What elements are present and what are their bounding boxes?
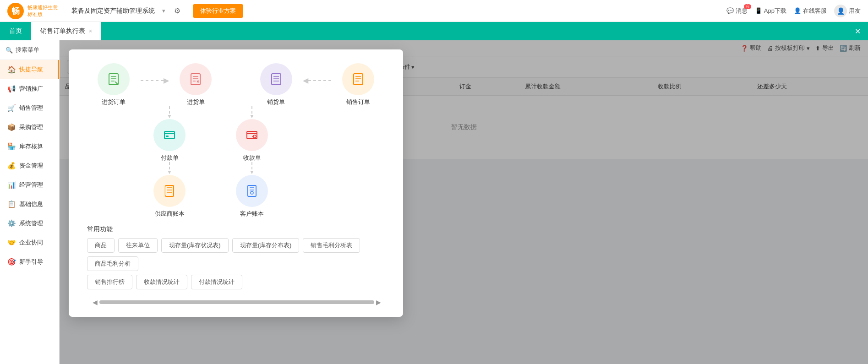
flow-node-customer-ledger[interactable]: 客户账本 [224,175,279,218]
app-download-item[interactable]: 📱 App下载 [755,7,786,15]
tab-sales-order-exec[interactable]: 销售订单执行表 × [31,22,101,40]
svg-rect-18 [166,136,169,137]
func-btn-payment-stats[interactable]: 付款情况统计 [191,275,242,289]
settings-icon[interactable]: ⚙ [171,5,184,17]
online-service-icon: 👤 [794,7,801,14]
receipt-icon [236,119,268,151]
purchase-order-icon [98,63,130,95]
message-icon: 💬 [726,7,734,14]
sales-order-icon [342,63,374,95]
sidebar-item-finance[interactable]: 💰 资金管理 [0,156,59,175]
arrow-down-4: ▼ [224,162,279,175]
purchase-bill-icon [180,63,212,95]
func-buttons-row-2: 销售排行榜 收款情况统计 付款情况统计 [87,275,385,289]
func-btn-stock-status[interactable]: 现存量(库存状况表) [161,238,229,253]
func-btn-stock-dist[interactable]: 现存量(库存分布表) [232,238,300,253]
spacer-d [197,162,224,175]
func-btn-goods-margin[interactable]: 商品毛利分析 [87,256,138,271]
flow-row-2: 付款单 收款单 [142,119,385,162]
flow-popup: 进货订单 ▶ 进货单 [69,49,403,317]
svg-rect-4 [191,74,200,85]
horizontal-scrollbar[interactable]: ◀ ▶ [87,297,385,308]
common-functions-title: 常用功能 [87,225,385,234]
func-btn-goods[interactable]: 商品 [87,238,115,253]
flow-node-purchase-order[interactable]: 进货订单 [87,63,141,106]
popup-body: 进货订单 ▶ 进货单 [69,49,403,317]
sidebar-item-operation[interactable]: 📊 经营管理 [0,175,59,195]
arrow-down-3: ▼ [142,162,197,175]
flow-node-sales-bill[interactable]: 销货单 [249,63,303,106]
sidebar: 🔍 搜索菜单 🏠 快捷导航 📢 营销推广 🛒 销售管理 📦 采购管理 🏪 库存核… [0,40,60,364]
purchase-bill-label: 进货单 [187,98,205,106]
sidebar-item-marketing[interactable]: 📢 营销推广 [0,79,59,98]
func-buttons-row-1: 商品 往来单位 现存量(库存状况表) 现存量(库存分布表) 销售毛利分析表 商品… [87,238,385,271]
func-btn-receipt-stats[interactable]: 收款情况统计 [136,275,187,289]
purchase-icon: 📦 [7,123,16,131]
system-icon: ⚙️ [7,219,16,228]
supplier-ledger-icon [153,175,186,207]
user-label: 用友 [849,7,861,15]
sidebar-item-newbie[interactable]: 🎯 新手引导 [0,252,59,272]
arrow-h-2: ◀ [303,76,331,85]
sidebar-item-basic[interactable]: 📋 基础信息 [0,195,59,214]
scroll-track[interactable] [99,300,374,304]
sales-icon: 🛒 [7,104,16,112]
flow-node-payment[interactable]: 付款单 [142,119,197,162]
sidebar-item-enterprise[interactable]: 🤝 企业协同 [0,233,59,252]
content-area: ❓ 帮助 🖨 按模板打印 ▾ ⬆ 导出 🔄 刷新 📅 — 📅 [60,40,868,364]
home-icon: 🏠 [7,65,16,74]
scroll-left-icon[interactable]: ◀ [91,299,99,306]
marketing-icon: 📢 [7,85,16,93]
customer-ledger-icon [236,175,268,207]
svg-point-21 [253,135,256,138]
nav-tabs: 首页 销售订单执行表 × ✕ [0,22,868,40]
sidebar-item-quick-nav[interactable]: 🏠 快捷导航 [0,60,59,79]
system-title: 装备及固定资产辅助管理系统 [71,7,155,15]
message-item[interactable]: 💬 消息 6 [726,7,748,15]
svg-rect-12 [354,74,363,85]
close-all-tabs-icon[interactable]: ✕ [855,27,861,36]
common-functions: 常用功能 商品 往来单位 现存量(库存状况表) 现存量(库存分布表) 销售毛利分… [87,225,385,289]
payment-label: 付款单 [161,154,179,162]
flow-node-receipt[interactable]: 收款单 [224,119,279,162]
finance-icon: 💰 [7,162,16,170]
payment-icon [153,119,186,151]
sidebar-item-sales[interactable]: 🛒 销售管理 [0,98,59,118]
tab-close-icon[interactable]: × [89,28,92,34]
online-service-label: 在线客服 [803,7,827,15]
user-item[interactable]: 👤 用友 [834,5,861,17]
supplier-ledger-label: 供应商账本 [155,210,185,218]
func-btn-sales-margin[interactable]: 销售毛利分析表 [303,238,360,253]
flow-node-supplier-ledger[interactable]: 供应商账本 [142,175,197,218]
arrow-h-1: ▶ [141,76,169,85]
sidebar-item-system[interactable]: ⚙️ 系统管理 [0,214,59,233]
svg-point-31 [251,191,253,194]
online-service-item[interactable]: 👤 在线客服 [794,7,827,15]
scroll-right-icon[interactable]: ▶ [374,299,383,306]
sidebar-item-purchase[interactable]: 📦 采购管理 [0,118,59,137]
trial-button[interactable]: 体验行业方案 [193,4,243,18]
tab-home[interactable]: 首页 [0,22,31,40]
func-btn-contacts[interactable]: 往来单位 [118,238,158,253]
sales-bill-label: 销货单 [267,98,285,106]
app-download-label: App下载 [764,7,786,15]
main-layout: 🔍 搜索菜单 🏠 快捷导航 📢 营销推广 🛒 销售管理 📦 采购管理 🏪 库存核… [0,40,868,364]
purchase-order-label: 进货订单 [102,98,126,106]
scroll-thumb[interactable] [99,300,374,304]
avatar: 👤 [834,5,847,17]
search-menu[interactable]: 🔍 搜索菜单 [0,40,59,60]
search-icon: 🔍 [5,47,13,54]
spacer-a [87,106,142,119]
sidebar-item-inventory[interactable]: 🏪 库存核算 [0,137,59,156]
func-btn-sales-rank[interactable]: 销售排行榜 [87,275,132,289]
flow-node-sales-order[interactable]: 销售订单 [331,63,385,106]
svg-rect-28 [248,185,256,196]
flow-node-purchase-bill[interactable]: 进货单 [169,63,223,106]
svg-rect-23 [165,185,174,196]
message-badge: 6 [744,4,751,9]
basic-icon: 📋 [7,200,16,208]
system-dropdown-icon[interactable]: ▾ [162,7,165,14]
header-right: 💬 消息 6 📱 App下载 👤 在线客服 👤 用友 [726,5,861,17]
svg-rect-8 [272,74,281,85]
arrow-down-1: ▼ [142,106,197,119]
